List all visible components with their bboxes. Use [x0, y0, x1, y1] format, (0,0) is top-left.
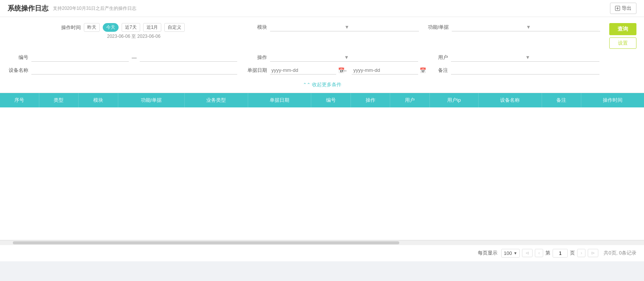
- page-subtitle: 支持2020年10月31日之后产生的操作日志: [53, 5, 136, 12]
- operation-select[interactable]: ▼: [270, 53, 419, 62]
- time-label: 操作时间: [60, 24, 81, 31]
- column-header-功能/单据: 功能/单据: [118, 93, 184, 107]
- action-buttons: 查询 设置: [603, 23, 636, 49]
- user-filter: 用户 ▼: [427, 53, 599, 62]
- date-end-input[interactable]: [352, 66, 418, 74]
- function-filter: 功能/单据 ▼: [428, 23, 600, 31]
- module-arrow-icon: ▼: [344, 24, 417, 30]
- table-header: 序号类型模块功能/单据业务类型单据日期编号操作用户用户ip设备名称备注操作时间: [0, 93, 644, 107]
- time-filter: 操作时间 昨天 今天 近7天 近1月 自定义 2023-06-06 至 2023…: [8, 23, 237, 40]
- export-icon: [615, 6, 620, 11]
- total-info: 共0页, 0条记录: [604, 250, 636, 256]
- data-table: 序号类型模块功能/单据业务类型单据日期编号操作用户用户ip设备名称备注操作时间: [0, 93, 644, 240]
- empty-row: [0, 107, 644, 240]
- pagination: 每页显示 100 ▼ ⊲ ‹ 第 页 › ⊳ 共0页, 0条记录: [0, 245, 644, 261]
- collapse-button[interactable]: ⌃⌃ 收起更多条件: [8, 79, 636, 90]
- export-button[interactable]: 导出: [610, 3, 636, 14]
- time-btn-custom[interactable]: 自定义: [164, 23, 185, 32]
- remark-filter: 备注: [427, 66, 599, 75]
- number-start-input[interactable]: [31, 53, 129, 62]
- next-page-button[interactable]: ›: [577, 249, 585, 257]
- time-btn-today[interactable]: 今天: [103, 23, 119, 32]
- module-select[interactable]: ▼: [270, 23, 419, 31]
- time-btn-yesterday[interactable]: 昨天: [84, 23, 100, 32]
- per-page-label: 每页显示: [478, 250, 497, 256]
- per-page-value: 100: [504, 250, 512, 256]
- column-header-编号: 编号: [311, 93, 351, 107]
- date-start-input[interactable]: [270, 66, 337, 74]
- empty-cell: [0, 107, 644, 240]
- filter-section: 操作时间 昨天 今天 近7天 近1月 自定义 2023-06-06 至 2023…: [0, 17, 644, 93]
- page-unit: 页: [570, 250, 575, 256]
- number-dash: —: [132, 55, 137, 61]
- horizontal-scrollbar[interactable]: [0, 240, 644, 245]
- time-btn-1month[interactable]: 近1月: [143, 23, 162, 32]
- device-input[interactable]: [31, 66, 237, 75]
- function-label: 功能/单据: [428, 24, 449, 31]
- device-filter: 设备名称: [8, 66, 237, 75]
- page-label: 第: [545, 250, 550, 256]
- filter-row-2: 编号 — 操作 ▼ 用户 ▼: [8, 53, 636, 62]
- column-header-用户: 用户: [390, 93, 429, 107]
- remark-label: 备注: [427, 67, 448, 74]
- column-header-业务类型: 业务类型: [185, 93, 248, 107]
- column-header-模块: 模块: [79, 93, 118, 107]
- column-header-序号: 序号: [0, 93, 39, 107]
- module-label: 模块: [246, 24, 267, 31]
- query-button[interactable]: 查询: [609, 23, 636, 35]
- time-buttons-row: 操作时间 昨天 今天 近7天 近1月 自定义: [60, 23, 185, 32]
- column-header-用户ip: 用户ip: [429, 93, 478, 107]
- scrollbar-thumb[interactable]: [13, 241, 399, 244]
- operation-filter: 操作 ▼: [246, 53, 419, 62]
- last-page-button[interactable]: ⊳: [588, 249, 598, 257]
- remark-input[interactable]: [451, 66, 599, 75]
- collapse-chevron-icon: ⌃⌃: [303, 82, 310, 87]
- column-header-单据日期: 单据日期: [248, 93, 311, 107]
- column-header-备注: 备注: [542, 93, 581, 107]
- collapse-label: 收起更多条件: [312, 81, 341, 88]
- date-start-wrapper: 📅: [270, 66, 337, 75]
- prev-page-button[interactable]: ‹: [535, 249, 543, 257]
- time-range-display: 2023-06-06 至 2023-06-06: [84, 33, 160, 40]
- date-end-wrapper: 📅: [352, 66, 418, 75]
- time-btn-7days[interactable]: 近7天: [122, 23, 140, 32]
- first-page-button[interactable]: ⊲: [522, 249, 533, 257]
- operation-arrow-icon: ▼: [344, 54, 417, 60]
- number-label: 编号: [8, 54, 28, 61]
- column-header-设备名称: 设备名称: [478, 93, 542, 107]
- filter-row-3: 设备名称 单据日期 📅 — 📅 备注: [8, 66, 636, 75]
- per-page-select[interactable]: 100 ▼: [501, 249, 520, 258]
- header-left: 系统操作日志 支持2020年10月31日之后产生的操作日志: [8, 4, 136, 13]
- function-arrow-icon: ▼: [526, 24, 599, 30]
- device-label: 设备名称: [8, 67, 28, 74]
- module-filter: 模块 ▼: [246, 23, 419, 31]
- user-select[interactable]: ▼: [451, 53, 599, 62]
- function-select[interactable]: ▼: [452, 23, 600, 31]
- column-header-操作: 操作: [351, 93, 390, 107]
- column-header-类型: 类型: [39, 93, 78, 107]
- document-date-filter: 单据日期 📅 — 📅: [246, 66, 419, 75]
- user-label: 用户: [427, 54, 448, 61]
- table-container: 序号类型模块功能/单据业务类型单据日期编号操作用户用户ip设备名称备注操作时间: [0, 93, 644, 240]
- filter-row-1: 操作时间 昨天 今天 近7天 近1月 自定义 2023-06-06 至 2023…: [8, 23, 636, 49]
- document-date-label: 单据日期: [246, 67, 267, 74]
- operation-label: 操作: [246, 54, 267, 61]
- number-filter: 编号 —: [8, 53, 237, 62]
- page-number-input[interactable]: [553, 249, 568, 258]
- header-row: 序号类型模块功能/单据业务类型单据日期编号操作用户用户ip设备名称备注操作时间: [0, 93, 644, 107]
- page-title: 系统操作日志: [8, 4, 48, 13]
- date-dash: —: [339, 68, 349, 73]
- page-header: 系统操作日志 支持2020年10月31日之后产生的操作日志 导出: [0, 0, 644, 17]
- calendar-end-icon[interactable]: 📅: [418, 67, 428, 73]
- table-body: [0, 107, 644, 240]
- column-header-操作时间: 操作时间: [581, 93, 644, 107]
- per-page-arrow-icon: ▼: [513, 251, 517, 255]
- user-arrow-icon: ▼: [525, 54, 598, 60]
- number-end-input[interactable]: [140, 53, 237, 62]
- settings-button[interactable]: 设置: [609, 37, 636, 49]
